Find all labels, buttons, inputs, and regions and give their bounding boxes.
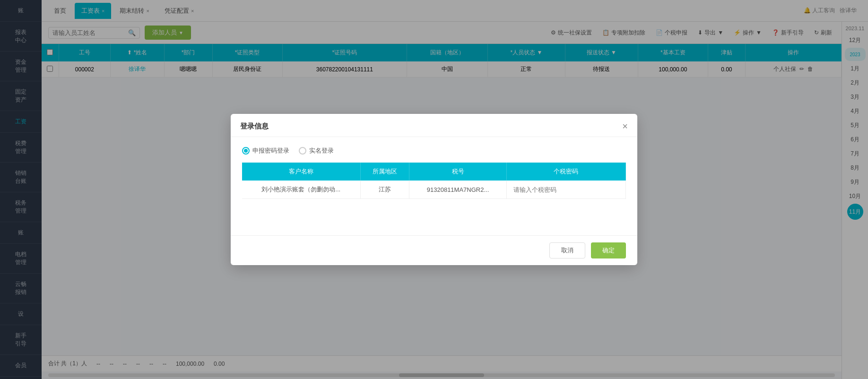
dialog-header: 登录信息 × xyxy=(231,114,637,137)
dialog-footer: 取消 确定 xyxy=(231,235,637,265)
radio-password-circle xyxy=(242,147,250,155)
tax-password-cell[interactable] xyxy=(506,181,625,199)
col-region: 所属地区 xyxy=(360,163,409,181)
col-tax-password: 个税密码 xyxy=(506,163,625,181)
dialog-title: 登录信息 xyxy=(240,122,269,131)
radio-password-login[interactable]: 申报密码登录 xyxy=(242,146,289,155)
client-name-cell: 刘小艳演示账套（勿删勿动... xyxy=(242,181,360,199)
dialog-body: 申报密码登录 实名登录 客户名称 所属地区 税号 个税密码 xyxy=(231,137,637,235)
tax-no-cell: 91320811MA7NGR2... xyxy=(409,181,507,199)
col-tax-no: 税号 xyxy=(409,163,507,181)
region-cell: 江苏 xyxy=(360,181,409,199)
cancel-button[interactable]: 取消 xyxy=(549,242,585,258)
login-dialog: 登录信息 × 申报密码登录 实名登录 客户名称 xyxy=(231,114,637,265)
login-type-radio-group: 申报密码登录 实名登录 xyxy=(242,146,626,155)
dialog-close-button[interactable]: × xyxy=(622,121,628,131)
tax-password-input[interactable] xyxy=(513,186,619,193)
modal-overlay: 登录信息 × 申报密码登录 实名登录 客户名称 xyxy=(0,0,868,379)
radio-real-name-login[interactable]: 实名登录 xyxy=(299,146,334,155)
login-info-row: 刘小艳演示账套（勿删勿动... 江苏 91320811MA7NGR2... xyxy=(242,181,626,199)
confirm-button[interactable]: 确定 xyxy=(591,242,626,258)
login-info-table: 客户名称 所属地区 税号 个税密码 刘小艳演示账套（勿删勿动... 江苏 913… xyxy=(242,163,626,199)
col-client-name: 客户名称 xyxy=(242,163,360,181)
radio-realname-circle xyxy=(299,147,306,155)
